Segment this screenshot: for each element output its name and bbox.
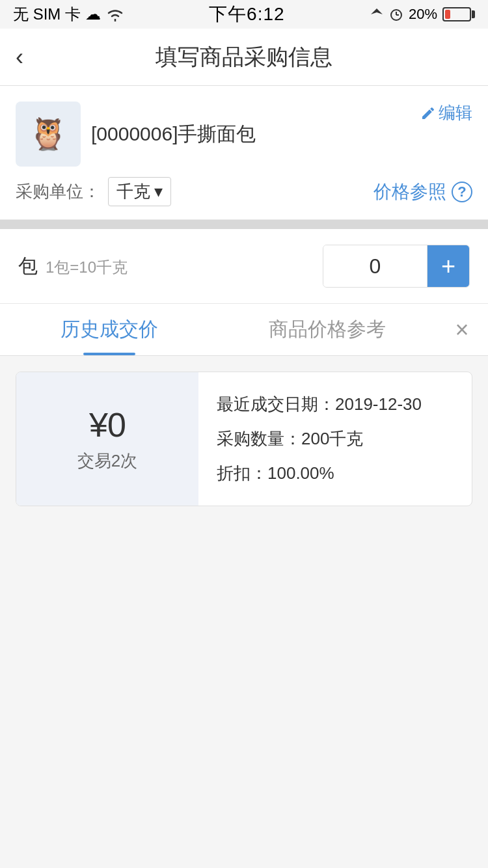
tab-active-indicator — [83, 353, 135, 355]
section-divider — [0, 220, 488, 229]
quantity-left: 包 1包=10千克 — [18, 253, 128, 280]
product-top-row: 🦉 [0000006]手撕面包 编辑 — [16, 102, 472, 167]
alarm-icon — [389, 7, 403, 21]
tab-product-price[interactable]: 商品价格参考 — [218, 304, 436, 355]
unit-row: 采购单位： 千克 ▾ — [16, 177, 171, 206]
card-price-section: ¥0 交易2次 — [16, 372, 198, 506]
nav-bar: ‹ 填写商品采购信息 — [0, 29, 488, 86]
card-discount-line: 折扣：100.00% — [217, 461, 454, 486]
card-price-value: ¥0 — [89, 405, 126, 444]
quantity-plus-button[interactable]: + — [427, 245, 469, 287]
discount-value: 100.00% — [267, 463, 334, 483]
card-info-section: 最近成交日期：2019-12-30 采购数量：200千克 折扣：100.00% — [198, 372, 472, 506]
product-thumb-icon: 🦉 — [29, 116, 68, 152]
product-left: 🦉 [0000006]手撕面包 — [16, 102, 420, 167]
qty-value: 200千克 — [301, 429, 363, 448]
tab-bar: 历史成交价 商品价格参考 × — [0, 304, 488, 356]
unit-label: 采购单位： — [16, 180, 100, 203]
quantity-unit: 包 — [18, 253, 38, 280]
back-button[interactable]: ‹ — [16, 44, 23, 71]
card-qty-line: 采购数量：200千克 — [217, 426, 454, 452]
battery-percent: 20% — [409, 6, 437, 23]
status-left: 无 SIM 卡 ☁ — [13, 4, 124, 25]
unit-value: 千克 — [116, 180, 150, 203]
quantity-control: + — [323, 245, 470, 288]
card-trades-count: 交易2次 — [77, 450, 137, 472]
history-container: ¥0 交易2次 最近成交日期：2019-12-30 采购数量：200千克 折扣：… — [0, 356, 488, 522]
qty-label: 采购数量： — [217, 429, 301, 448]
location-icon — [370, 7, 384, 21]
page-title: 填写商品采购信息 — [156, 42, 332, 72]
edit-label: 编辑 — [439, 102, 472, 124]
unit-selector[interactable]: 千克 ▾ — [108, 177, 171, 206]
dropdown-arrow-icon: ▾ — [154, 182, 163, 202]
date-label: 最近成交日期： — [217, 394, 335, 414]
price-reference-button[interactable]: 价格参照 ? — [373, 180, 472, 204]
status-bar: 无 SIM 卡 ☁ 下午6:12 20% — [0, 0, 488, 29]
quantity-row: 包 1包=10千克 + — [0, 229, 488, 304]
wifi-icon — [106, 7, 124, 21]
status-time: 下午6:12 — [209, 2, 285, 27]
quantity-input[interactable] — [323, 245, 427, 287]
quantity-hint: 1包=10千克 — [46, 257, 128, 278]
tab-close-button[interactable]: × — [436, 316, 488, 344]
date-value: 2019-12-30 — [335, 394, 422, 414]
card-date-line: 最近成交日期：2019-12-30 — [217, 392, 454, 417]
help-icon: ? — [452, 182, 472, 202]
discount-label: 折扣： — [217, 463, 267, 483]
edit-icon — [420, 105, 436, 121]
price-ref-label: 价格参照 — [373, 180, 446, 204]
product-thumbnail: 🦉 — [16, 102, 81, 167]
edit-button[interactable]: 编辑 — [420, 102, 472, 124]
tab-history-price[interactable]: 历史成交价 — [0, 304, 218, 355]
status-right: 20% — [370, 6, 475, 23]
product-card: 🦉 [0000006]手撕面包 编辑 采购单位： 千克 ▾ 价格参照 ? — [0, 86, 488, 220]
network-status: 无 SIM 卡 ☁ — [13, 4, 101, 25]
product-name: [0000006]手撕面包 — [91, 120, 256, 148]
tab-history-label: 历史成交价 — [61, 316, 158, 343]
tab-product-label: 商品价格参考 — [269, 316, 386, 343]
product-bottom-row: 采购单位： 千克 ▾ 价格参照 ? — [16, 177, 472, 206]
battery-icon — [442, 7, 475, 21]
history-card: ¥0 交易2次 最近成交日期：2019-12-30 采购数量：200千克 折扣：… — [16, 372, 472, 506]
